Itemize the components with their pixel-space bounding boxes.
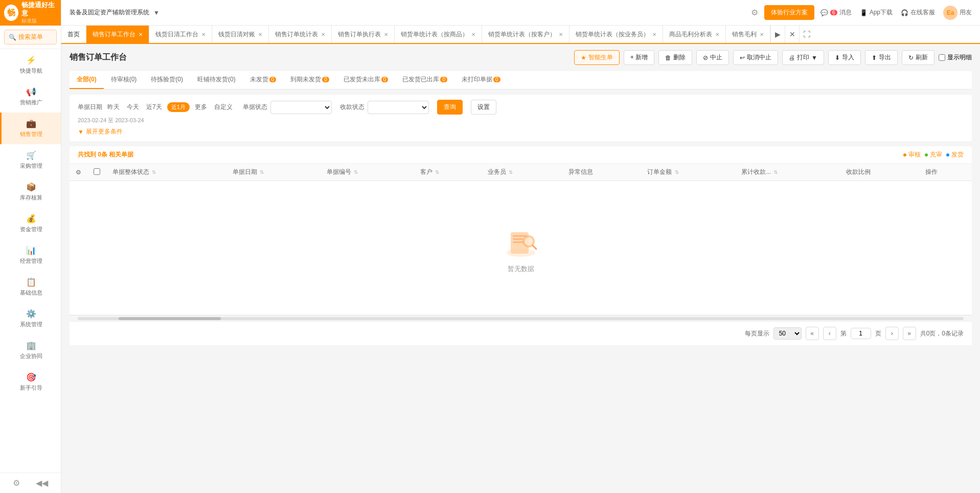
th-settings[interactable]: ⚙ bbox=[70, 164, 87, 181]
collapse-sidebar-button[interactable]: ◀◀ bbox=[36, 478, 48, 488]
user-menu-button[interactable]: Ea 用友 bbox=[943, 6, 972, 20]
th-collected[interactable]: 累计收款... ⇅ bbox=[735, 164, 840, 181]
sidebar-item-enterprise[interactable]: 🏢 企业协同 bbox=[0, 334, 61, 366]
close-tab-cash-reconcile[interactable]: ✕ bbox=[258, 32, 262, 37]
th-checkbox[interactable] bbox=[87, 164, 106, 181]
page-input[interactable] bbox=[851, 328, 871, 339]
close-tab-sales-stats[interactable]: ✕ bbox=[321, 32, 325, 37]
close-tab-cash-daily[interactable]: ✕ bbox=[201, 32, 206, 37]
industry-solution-button[interactable]: 体验行业方案 bbox=[764, 5, 814, 20]
sidebar-item-guide[interactable]: 🎯 新手引导 bbox=[0, 366, 61, 398]
sidebar-item-base-info[interactable]: 📋 基础信息 bbox=[0, 271, 61, 303]
close-tab-sales-workbench[interactable]: ✕ bbox=[139, 32, 143, 37]
sidebar-item-quick-nav[interactable]: ⚡ 快捷导航 bbox=[0, 49, 61, 81]
date-opt-7days[interactable]: 近7天 bbox=[144, 102, 164, 113]
smart-create-button[interactable]: ★ 智能生单 bbox=[574, 50, 620, 65]
date-opt-more[interactable]: 更多 bbox=[193, 102, 209, 113]
subtab-pending-review[interactable]: 待审核(0) bbox=[104, 71, 144, 89]
search-button[interactable]: 查询 bbox=[437, 100, 463, 115]
subtab-not-shipped[interactable]: 未发货0 bbox=[243, 71, 284, 89]
th-status[interactable]: 单据整体状态 ⇅ bbox=[106, 164, 226, 181]
tab-sales-by-customer[interactable]: 销货单统计表（按客户） ✕ bbox=[482, 26, 569, 43]
subtab-all[interactable]: 全部(0) bbox=[70, 71, 104, 89]
tab-sales-workbench[interactable]: 销售订单工作台 ✕ bbox=[86, 26, 149, 43]
sidebar-item-marketing[interactable]: 📢 营销推广 bbox=[0, 81, 61, 113]
date-opt-1month[interactable]: 近1月 bbox=[167, 102, 190, 112]
settings-filter-button[interactable]: 设置 bbox=[471, 100, 496, 115]
suspend-button[interactable]: ⊘ 中止 bbox=[696, 50, 729, 65]
cancel-suspend-button[interactable]: ↩ 取消中止 bbox=[733, 50, 778, 65]
cancel-review-action-link[interactable]: 充审 bbox=[925, 150, 942, 159]
sidebar-item-operations[interactable]: 📊 经营管理 bbox=[0, 239, 61, 271]
messages-button[interactable]: 💬 6 消息 bbox=[821, 8, 852, 17]
print-button[interactable]: 🖨 打印 ▼ bbox=[782, 50, 824, 65]
topbar-settings-button[interactable]: ⚙ bbox=[751, 8, 758, 17]
sales-icon: 💼 bbox=[26, 119, 36, 128]
expand-filter-button[interactable]: ▼ 展开更多条件 bbox=[78, 127, 964, 136]
review-action-link[interactable]: 审核 bbox=[903, 150, 921, 159]
tab-close-all-button[interactable]: ✕ bbox=[785, 26, 799, 43]
app-download-button[interactable]: 📱 App下载 bbox=[860, 8, 893, 17]
th-customer[interactable]: 客户 ⇅ bbox=[414, 164, 482, 181]
import-button[interactable]: ⬇ 导入 bbox=[828, 50, 861, 65]
next-page-button[interactable]: › bbox=[885, 327, 899, 340]
export-button[interactable]: ⬆ 导出 bbox=[865, 50, 898, 65]
tab-scroll-right-button[interactable]: ▶ bbox=[770, 26, 785, 43]
close-tab-sales-exec[interactable]: ✕ bbox=[384, 32, 388, 37]
th-amount[interactable]: 订单金额 ⇅ bbox=[641, 164, 735, 181]
search-menu-button[interactable]: 🔍 搜索菜单 bbox=[4, 30, 57, 44]
date-opt-custom[interactable]: 自定义 bbox=[212, 102, 235, 113]
per-page-select[interactable]: 10 20 50 100 bbox=[773, 327, 802, 340]
close-tab-margin-analysis[interactable]: ✕ bbox=[715, 32, 719, 37]
sidebar-item-purchase[interactable]: 🛒 采购管理 bbox=[0, 144, 61, 176]
close-tab-by-product[interactable]: ✕ bbox=[471, 32, 475, 37]
tab-margin-analysis[interactable]: 商品毛利分析表 ✕ bbox=[663, 26, 726, 43]
settings-gear-button[interactable]: ⚙ bbox=[13, 478, 20, 488]
subtab-pending-inspection[interactable]: 待拣验货(0) bbox=[144, 71, 190, 89]
select-all-checkbox[interactable] bbox=[94, 168, 100, 175]
show-detail-checkbox[interactable] bbox=[939, 54, 945, 61]
refresh-button[interactable]: ↻ 刷新 bbox=[902, 50, 935, 65]
subtab-shipped-out[interactable]: 已发货已出库0 bbox=[395, 71, 454, 89]
online-service-button[interactable]: 🎧 在线客服 bbox=[901, 8, 935, 17]
tab-cash-reconcile[interactable]: 钱货日清对账 ✕ bbox=[212, 26, 269, 43]
th-date[interactable]: 单据日期 ⇅ bbox=[226, 164, 320, 181]
th-staff[interactable]: 业务员 ⇅ bbox=[482, 164, 562, 181]
subtab-not-printed[interactable]: 未打印单据0 bbox=[454, 71, 508, 89]
date-opt-today[interactable]: 今天 bbox=[125, 102, 141, 113]
sidebar-item-sales[interactable]: 💼 销售管理 bbox=[0, 113, 61, 144]
system-dropdown-button[interactable]: ▼ bbox=[153, 9, 159, 16]
tab-sales-by-staff[interactable]: 销货单统计表（按业务员） ✕ bbox=[569, 26, 663, 43]
tab-sales-by-product[interactable]: 销货单统计表（按商品） ✕ bbox=[395, 26, 482, 43]
close-tab-by-staff[interactable]: ✕ bbox=[652, 32, 656, 37]
last-page-button[interactable]: » bbox=[903, 327, 916, 340]
subtab-wangpu[interactable]: 旺铺待发货(0) bbox=[190, 71, 243, 89]
sort-icon-amount: ⇅ bbox=[675, 169, 679, 175]
show-detail-checkbox-label[interactable]: 显示明细 bbox=[939, 53, 972, 62]
date-opt-yesterday[interactable]: 昨天 bbox=[105, 102, 122, 113]
subtab-overdue-not-shipped[interactable]: 到期未发货0 bbox=[283, 71, 336, 89]
tab-sales-stats[interactable]: 销售订单统计表 ✕ bbox=[269, 26, 332, 43]
first-page-button[interactable]: « bbox=[806, 327, 819, 340]
subtab-shipped-not-out[interactable]: 已发货未出库0 bbox=[336, 71, 396, 89]
sidebar-item-finance[interactable]: 💰 资金管理 bbox=[0, 208, 61, 239]
ship-action-link[interactable]: 发货 bbox=[946, 150, 964, 159]
tab-sales-exec[interactable]: 销售订单执行表 ✕ bbox=[332, 26, 395, 43]
close-tab-sales-profit[interactable]: ✕ bbox=[760, 32, 764, 37]
tab-cash-daily[interactable]: 钱货日清工作台 ✕ bbox=[149, 26, 212, 43]
payment-select[interactable] bbox=[368, 101, 429, 114]
add-button[interactable]: + 新增 bbox=[624, 50, 654, 65]
tab-home[interactable]: 首页 bbox=[61, 26, 86, 43]
prev-page-button[interactable]: ‹ bbox=[823, 327, 836, 340]
th-number[interactable]: 单据编号 ⇅ bbox=[321, 164, 414, 181]
tab-maximize-button[interactable]: ⛶ bbox=[799, 26, 813, 43]
enterprise-icon: 🏢 bbox=[26, 341, 36, 350]
close-tab-by-customer[interactable]: ✕ bbox=[559, 32, 563, 37]
horizontal-scrollbar[interactable] bbox=[70, 315, 972, 321]
sidebar-item-inventory[interactable]: 📦 库存核算 bbox=[0, 176, 61, 208]
tab-sales-profit[interactable]: 销售毛利 ✕ bbox=[726, 26, 770, 43]
scrollbar-thumb[interactable] bbox=[119, 317, 221, 320]
sidebar-item-system[interactable]: ⚙️ 系统管理 bbox=[0, 303, 61, 334]
status-select[interactable] bbox=[270, 101, 332, 114]
delete-button[interactable]: 🗑 删除 bbox=[658, 50, 692, 65]
